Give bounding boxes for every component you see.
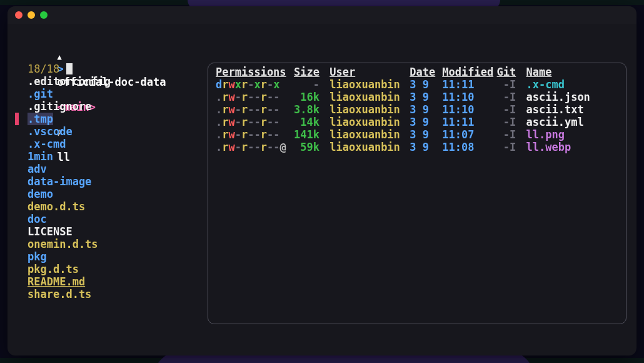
list-item-label: README.md: [28, 275, 85, 288]
modified-cell: 11:10: [440, 91, 490, 103]
list-item-label: demo.d.ts: [28, 200, 85, 213]
user-cell: liaoxuanbin: [330, 116, 406, 128]
list-item[interactable]: doc: [28, 213, 196, 225]
list-item[interactable]: .x-cmd: [28, 138, 196, 150]
close-icon[interactable]: [15, 11, 23, 19]
list-item[interactable]: .editorconfig: [28, 75, 196, 88]
table-row: .rw-r--r--3.8k liaoxuanbin3 911:10-I asc…: [208, 103, 626, 116]
date-cell: 3 9: [406, 141, 440, 153]
list-item[interactable]: demo: [28, 188, 196, 200]
perm-cell: .rw-r--r--: [216, 116, 287, 128]
list-item[interactable]: .vscode: [28, 125, 196, 138]
terminal-window: ▲ official-doc-data <main> ✗ ll > 18/18 …: [8, 6, 636, 355]
col-user: User: [330, 66, 406, 78]
list-item[interactable]: adv: [28, 163, 196, 175]
table-row: drwxr-xr-x- liaoxuanbin3 911:11-I .x-cmd: [208, 78, 626, 91]
size-cell: 16k: [287, 91, 323, 103]
list-item[interactable]: .tmp: [28, 113, 196, 125]
table-row: .rw-r--r--14k liaoxuanbin3 911:11-I asci…: [208, 116, 626, 128]
name-cell: .x-cmd: [526, 78, 626, 91]
perm-cell: drwxr-xr-x: [216, 78, 287, 91]
list-item-label: .x-cmd: [28, 138, 66, 150]
table-row: .rw-r--r--@59k liaoxuanbin3 911:08-I ll.…: [208, 141, 626, 153]
size-cell: 141k: [287, 128, 323, 141]
list-item-label: share.d.ts: [28, 288, 91, 300]
date-cell: 3 9: [406, 116, 440, 128]
modified-cell: 11:11: [440, 116, 490, 128]
size-cell: 3.8k: [287, 103, 323, 116]
name-cell: ll.png: [526, 128, 626, 141]
user-cell: liaoxuanbin: [330, 78, 406, 91]
git-cell: -I: [490, 91, 520, 103]
list-item-label: .vscode: [28, 125, 73, 138]
name-cell: ascii.yml: [526, 116, 626, 128]
table-row: .rw-r--r--16k liaoxuanbin3 911:10-I asci…: [208, 91, 626, 103]
git-cell: -I: [490, 128, 520, 141]
list-item-label: .editorconfig: [28, 75, 111, 88]
perm-cell: .rw-r--r--@: [216, 141, 287, 153]
list-item[interactable]: LICENSE: [28, 225, 196, 238]
list-item[interactable]: data-image: [28, 175, 196, 188]
date-cell: 3 9: [406, 128, 440, 141]
git-cell: -I: [490, 103, 520, 116]
modified-cell: 11:07: [440, 128, 490, 141]
name-cell: ascii.txt: [526, 103, 626, 116]
list-item[interactable]: .gitignore: [28, 100, 196, 113]
col-git: Git: [490, 66, 520, 78]
table-header: Permissions Size User Date Modified Git …: [208, 66, 626, 78]
file-list[interactable]: .editorconfig.git.gitignore.tmp.vscode.x…: [28, 75, 196, 300]
modified-cell: 11:11: [440, 78, 490, 91]
perm-cell: .rw-r--r--: [216, 91, 287, 103]
list-item-label: data-image: [28, 175, 91, 188]
date-cell: 3 9: [406, 78, 440, 91]
size-cell: -: [287, 78, 323, 91]
user-cell: liaoxuanbin: [330, 128, 406, 141]
user-cell: liaoxuanbin: [330, 91, 406, 103]
list-item-label: onemin.d.ts: [28, 238, 98, 250]
name-cell: ascii.json: [526, 91, 626, 103]
list-item-label: .git: [28, 88, 53, 100]
col-size: Size: [287, 66, 323, 78]
list-item[interactable]: pkg: [28, 250, 196, 263]
modified-cell: 11:08: [440, 141, 490, 153]
minimize-icon[interactable]: [28, 11, 35, 19]
maximize-icon[interactable]: [40, 11, 48, 19]
size-cell: 14k: [287, 116, 323, 128]
col-modified: Modified: [440, 66, 490, 78]
preview-pane: Permissions Size User Date Modified Git …: [208, 63, 626, 324]
list-item-label: pkg: [28, 250, 47, 263]
list-item[interactable]: README.md: [28, 275, 196, 288]
list-item-label: pkg.d.ts: [28, 263, 79, 275]
git-cell: -I: [490, 116, 520, 128]
list-item-label: doc: [28, 213, 47, 225]
user-cell: liaoxuanbin: [330, 141, 406, 153]
name-cell: ll.webp: [526, 141, 626, 153]
col-permissions: Permissions: [216, 66, 287, 78]
list-item-label: .tmp: [28, 113, 53, 125]
list-item-label: demo: [28, 188, 53, 200]
size-cell: 59k: [287, 141, 323, 153]
list-item-label: 1min: [28, 150, 53, 163]
col-name: Name: [526, 66, 626, 78]
list-item[interactable]: pkg.d.ts: [28, 263, 196, 275]
list-item[interactable]: .git: [28, 88, 196, 100]
perm-cell: .rw-r--r--: [216, 128, 287, 141]
git-cell: -I: [490, 78, 520, 91]
table-row: .rw-r--r--141k liaoxuanbin3 911:07-I ll.…: [208, 128, 626, 141]
list-item-label: adv: [28, 163, 47, 175]
list-item[interactable]: share.d.ts: [28, 288, 196, 300]
cursor: [66, 63, 73, 74]
date-cell: 3 9: [406, 91, 440, 103]
date-cell: 3 9: [406, 103, 440, 116]
perm-cell: .rw-r--r--: [216, 103, 287, 116]
list-item[interactable]: demo.d.ts: [28, 200, 196, 213]
git-cell: -I: [490, 141, 520, 153]
col-date: Date: [406, 66, 440, 78]
titlebar: [8, 6, 636, 24]
list-item-label: .gitignore: [28, 100, 91, 113]
list-item[interactable]: onemin.d.ts: [28, 238, 196, 250]
list-item-label: LICENSE: [28, 225, 73, 238]
modified-cell: 11:10: [440, 103, 490, 116]
result-count: 18/18: [28, 63, 59, 75]
list-item[interactable]: 1min: [28, 150, 196, 163]
